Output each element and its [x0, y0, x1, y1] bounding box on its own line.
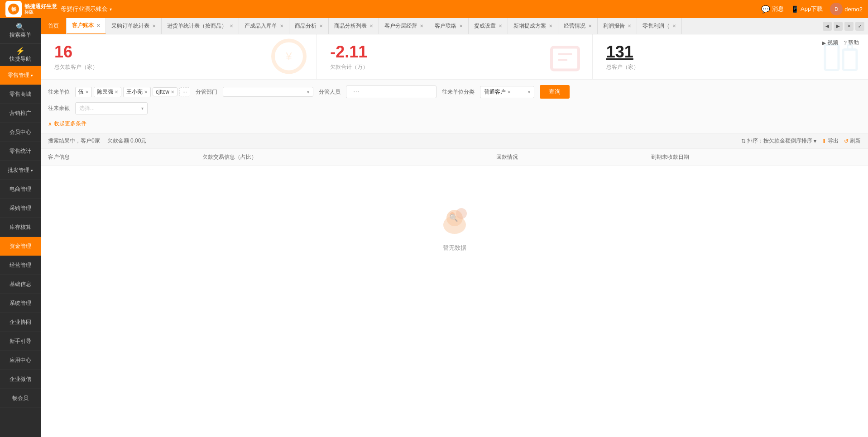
- tag-remove-wu[interactable]: ✕: [85, 90, 89, 95]
- help-btn[interactable]: ? 帮助: [844, 39, 859, 47]
- tab-promotion-settings[interactable]: 提成设置 ✕: [469, 18, 508, 34]
- sidebar-item-retail-stats[interactable]: 零售统计: [0, 142, 41, 161]
- sidebar-item-retail-mgmt[interactable]: 零售管理 ▾: [0, 66, 41, 85]
- sidebar-item-inventory[interactable]: 库存核算: [0, 218, 41, 237]
- empty-icon: 🔍: [436, 202, 473, 238]
- sidebar-item-ecommerce[interactable]: 电商管理: [0, 180, 41, 199]
- close-icon[interactable]: ✕: [459, 24, 463, 28]
- sidebar-quick-nav[interactable]: ⚡ 快捷导航: [0, 44, 41, 66]
- tab-expand-btn[interactable]: ⤢: [855, 22, 864, 31]
- sidebar-item-app-center[interactable]: 应用中心: [0, 351, 41, 370]
- query-button[interactable]: 查询: [540, 85, 570, 99]
- tab-product-analysis[interactable]: 商品分析 ✕: [289, 18, 329, 34]
- tab-purchase-order-stats[interactable]: 采购订单统计表 ✕: [106, 18, 162, 34]
- filter-tag-cjttcw: cjttcw ✕: [153, 87, 177, 96]
- sidebar-item-enterprise-wechat[interactable]: 企业微信: [0, 370, 41, 389]
- sidebar-item-member[interactable]: 畅会员: [0, 389, 41, 408]
- collapse-btn[interactable]: ∧ 收起更多条件: [48, 120, 861, 128]
- chevron-down-icon-3: ▾: [141, 106, 144, 111]
- user-btn[interactable]: D demo2: [830, 3, 863, 15]
- tab-new-promotion[interactable]: 新增提成方案 ✕: [508, 18, 558, 34]
- close-icon[interactable]: ✕: [672, 24, 676, 28]
- svg-text:¥: ¥: [286, 50, 293, 62]
- tab-close-all-btn[interactable]: ✕: [844, 22, 854, 31]
- tab-bar: 首页 客户账本 ✕ 采购订单统计表 ✕ 进货单统计表（按商品） ✕ 产成品入库单…: [41, 18, 868, 34]
- video-btn[interactable]: ▶ 视频: [822, 39, 838, 47]
- logo-icon: 畅: [5, 1, 22, 17]
- filter-area: 往来单位 伍 ✕ 陈民强 ✕ 王小亮: [41, 80, 868, 133]
- stat-label-amount: 欠款合计（万）: [330, 63, 368, 71]
- stat-value-amount: -2.11: [330, 43, 368, 62]
- close-icon[interactable]: ✕: [369, 24, 373, 28]
- app-download-btn[interactable]: 📱 App下载: [791, 5, 823, 13]
- top-bar: 畅 畅捷通好生意 标版 母婴行业演示账套 ▾ 💬 消息 📱 App下载: [0, 0, 868, 18]
- tab-customer-accounts[interactable]: 客户账本 ✕: [67, 18, 106, 34]
- sidebar-item-basic-info[interactable]: 基础信息: [0, 275, 41, 294]
- empty-text: 暂无数据: [443, 244, 466, 252]
- sidebar-item-new-guide[interactable]: 新手引导: [0, 332, 41, 351]
- svg-text:畅: 畅: [11, 6, 16, 12]
- sidebar-item-purchase[interactable]: 采购管理: [0, 199, 41, 218]
- svg-rect-8: [843, 49, 857, 70]
- close-icon[interactable]: ✕: [499, 24, 502, 28]
- tab-profit-report[interactable]: 利润报告 ✕: [598, 18, 637, 34]
- tab-business-situation[interactable]: 经营情况 ✕: [558, 18, 598, 34]
- filter-select-person[interactable]: ···: [346, 86, 436, 98]
- filter-select-balance[interactable]: 选择... ▾: [75, 102, 148, 114]
- tab-next-btn[interactable]: ▶: [834, 22, 843, 31]
- sidebar-item-marketing[interactable]: 营销推广: [0, 104, 41, 123]
- sidebar-item-wholesale-mgmt[interactable]: 批发管理 ▾: [0, 161, 41, 180]
- stat-info-3: 131 总客户（家）: [606, 43, 639, 71]
- tab-customer-contact[interactable]: 客户联络 ✕: [429, 18, 469, 34]
- tab-purchase-stats-by-product[interactable]: 进货单统计表（按商品） ✕: [162, 18, 239, 34]
- play-icon: ▶: [822, 40, 826, 46]
- sidebar-search[interactable]: 🔍 搜索菜单: [0, 18, 41, 44]
- dots-icon[interactable]: ···: [353, 88, 359, 96]
- filter-label-balance: 往来余额: [48, 104, 70, 112]
- tab-prev-btn[interactable]: ◀: [823, 22, 832, 31]
- account-selector[interactable]: 母婴行业演示账套 ▾: [61, 5, 112, 13]
- tag-remove-wang[interactable]: ✕: [144, 90, 148, 95]
- chevron-icon: ▾: [31, 73, 33, 78]
- sort-select[interactable]: ⇅ 排序：按欠款金额倒序排序 ▾: [741, 137, 816, 145]
- tab-product-stock-in[interactable]: 产成品入库单 ✕: [239, 18, 289, 34]
- page-content: ¥ 16 总欠款客户（家）: [41, 34, 868, 437]
- video-help: ▶ 视频 ? 帮助: [822, 39, 859, 47]
- close-icon[interactable]: ✕: [96, 23, 100, 28]
- svg-text:🔍: 🔍: [449, 214, 458, 222]
- tag-remove-chen[interactable]: ✕: [115, 90, 118, 95]
- filter-select-unit-type[interactable]: 普通客户 ✕ ▾: [480, 86, 534, 98]
- tab-customer-segment[interactable]: 客户分层经营 ✕: [379, 18, 429, 34]
- close-icon[interactable]: ✕: [588, 24, 592, 28]
- sidebar-item-enterprise-collab[interactable]: 企业协同: [0, 313, 41, 332]
- tab-retail-profit[interactable]: 零售利润（ ✕: [637, 18, 682, 34]
- close-icon[interactable]: ✕: [549, 24, 552, 28]
- filter-select-dept[interactable]: ▾: [223, 87, 313, 97]
- tag-remove-cjttcw[interactable]: ✕: [171, 90, 174, 95]
- export-icon: ⬆: [822, 138, 826, 144]
- close-icon[interactable]: ✕: [628, 24, 631, 28]
- sidebar-item-finance[interactable]: 资金管理: [0, 237, 41, 256]
- sidebar-item-system[interactable]: 系统管理: [0, 294, 41, 313]
- close-icon[interactable]: ✕: [319, 24, 323, 28]
- close-icon[interactable]: ✕: [420, 24, 423, 28]
- filter-tag-more[interactable]: ···: [179, 87, 190, 96]
- sidebar-item-business[interactable]: 经营管理: [0, 256, 41, 275]
- stat-value-customers: 16: [54, 43, 98, 62]
- message-btn[interactable]: 💬 消息: [761, 5, 784, 14]
- stat-block-customers: ¥ 16 总欠款客户（家）: [41, 34, 317, 79]
- tab-home[interactable]: 首页: [41, 18, 67, 34]
- sidebar-item-retail-mall[interactable]: 零售商城: [0, 85, 41, 104]
- chevron-down-icon: ▾: [307, 90, 309, 95]
- close-icon[interactable]: ✕: [230, 24, 233, 28]
- export-btn[interactable]: ⬆ 导出: [822, 137, 839, 145]
- tab-product-analysis-list[interactable]: 商品分析列表 ✕: [329, 18, 379, 34]
- sidebar-item-member-center[interactable]: 会员中心: [0, 123, 41, 142]
- close-icon[interactable]: ✕: [280, 24, 283, 28]
- close-icon[interactable]: ✕: [152, 24, 156, 28]
- tag-remove-unit-type[interactable]: ✕: [507, 90, 511, 95]
- stat-info-2: -2.11 欠款合计（万）: [330, 43, 368, 71]
- refresh-btn[interactable]: ↺ 刷新: [844, 137, 861, 145]
- table-header-row: 客户信息 欠款交易信息（占比） 回款情况 到期未收款日期: [41, 149, 868, 166]
- svg-rect-4: [551, 47, 579, 70]
